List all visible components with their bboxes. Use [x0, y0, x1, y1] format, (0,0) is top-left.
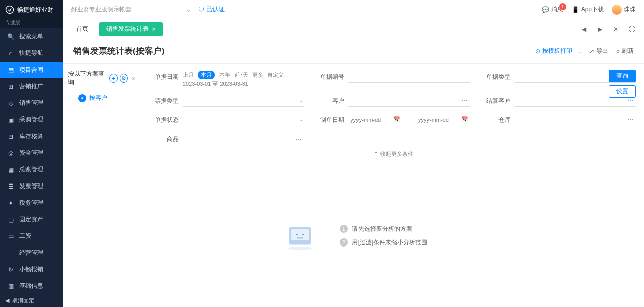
empty-step-2: 2 用[过滤]条件来缩小分析范围 [340, 238, 428, 247]
preset-last-month[interactable]: 上月 [183, 71, 194, 79]
nav-assets[interactable]: ▢固定资产 [0, 211, 63, 228]
bill-no-input[interactable] [350, 74, 468, 80]
nav-invoice[interactable]: ☰发票管理 [0, 178, 63, 195]
preset-more[interactable]: 更多 [252, 71, 263, 79]
label: 制单日期 [316, 114, 344, 125]
nav-label: 固定资产 [19, 215, 43, 224]
lookup-icon[interactable]: ⋯ [627, 97, 634, 104]
pin-toggle[interactable]: ◀ 取消固定 [0, 294, 63, 307]
nav: 🔍搜索菜单 ⌂快捷导航 ▤项目合同 ⊞营销推广 ◇销售管理 ▣采购管理 ⊟库存核… [0, 28, 63, 294]
nav-expense[interactable]: ↻小畅报销 [0, 261, 63, 278]
label: 仓库 [482, 114, 511, 125]
toggle-more-conditions[interactable]: ⌃ 收起更多条件 [374, 150, 413, 158]
chevron-down-icon[interactable]: ⌵ [299, 98, 302, 103]
field-warehouse: 仓库 ⋯ [482, 114, 636, 126]
add-scheme-button[interactable]: + [109, 74, 117, 83]
stack-icon: ⊟ [7, 133, 14, 140]
page-header: 销售发票统计表(按客户) ⊙ 按模板打印 ⌵ ↗ 导出 ○ 刷新 [63, 39, 644, 64]
nav-project-contract[interactable]: ▤项目合同 [0, 62, 63, 78]
nav-label: 税务管理 [19, 199, 43, 207]
customer-input[interactable] [350, 98, 461, 104]
warehouse-input[interactable] [517, 117, 627, 123]
preset-this-month[interactable]: 本月 [198, 71, 215, 79]
nav-operation[interactable]: ≣经营管理 [0, 244, 63, 261]
maker-date-from-input[interactable] [350, 117, 393, 123]
box-icon: ▣ [7, 116, 14, 124]
calendar-icon[interactable]: 📅 [393, 116, 400, 123]
scheme-icon: ✦ [78, 94, 86, 102]
messages-button[interactable]: 💬 消息 1 [542, 5, 563, 14]
preset-custom[interactable]: 自定义 [267, 71, 284, 79]
nav-quick-nav[interactable]: ⌂快捷导航 [0, 45, 63, 62]
nav-label: 快捷导航 [19, 49, 43, 57]
chevron-down-icon: ⌵ [578, 48, 581, 55]
refresh-label: 刷新 [622, 47, 634, 55]
lookup-icon[interactable]: ⋯ [627, 116, 634, 124]
scheme-label: 按客户 [89, 94, 107, 102]
maker-date-to-input[interactable] [418, 117, 461, 123]
tab-prev-button[interactable]: ◀ [578, 23, 590, 35]
field-invoice-type: 票据类型 ⌵ [151, 95, 304, 107]
nav-tax[interactable]: ✦税务管理 [0, 195, 63, 211]
bill-type-input[interactable] [517, 74, 631, 80]
nav-label: 库存核算 [19, 132, 43, 141]
nav-purchase[interactable]: ▣采购管理 [0, 111, 63, 128]
brand: 畅捷通好业财 [0, 0, 63, 19]
pin-icon: ◀ [5, 297, 9, 304]
calendar-icon[interactable]: 📅 [461, 116, 468, 123]
chevron-down-icon: ⌵ [187, 6, 190, 13]
nav-marketing[interactable]: ⊞营销推广 [0, 78, 63, 95]
invoice-type-input[interactable] [185, 98, 299, 104]
label: 票据类型 [151, 95, 179, 105]
scheme-settings-button[interactable]: ⚙ [120, 74, 128, 83]
close-icon[interactable]: × [152, 25, 156, 33]
receipt-icon: ☰ [7, 183, 14, 190]
nav-basic-info[interactable]: ▥基础信息 [0, 278, 63, 294]
bill-status-input[interactable] [185, 117, 299, 123]
lookup-icon[interactable]: ⋯ [462, 97, 468, 104]
download-button[interactable]: 📱 App下载 [571, 5, 604, 14]
chevron-down-icon[interactable]: ⌵ [631, 74, 634, 79]
goods-input[interactable] [185, 136, 296, 142]
nav-sales[interactable]: ◇销售管理 [0, 95, 63, 111]
nav-salary[interactable]: ▭工资 [0, 228, 63, 244]
avatar [612, 5, 622, 15]
nav-search-menu[interactable]: 🔍搜索菜单 [0, 28, 63, 45]
preset-this-year[interactable]: 本年 [219, 71, 230, 79]
nav-finance[interactable]: ◎资金管理 [0, 145, 63, 161]
tab-close-all-button[interactable]: ✕ [610, 23, 622, 35]
messages-badge: 1 [559, 3, 566, 10]
nav-label: 发票管理 [19, 182, 43, 191]
chevron-up-icon: ⌃ [374, 151, 378, 157]
refresh-button[interactable]: ○ 刷新 [616, 47, 634, 55]
nav-ledger[interactable]: ▦总账管理 [0, 161, 63, 178]
step-num: 2 [340, 238, 348, 247]
filter-form: 查询 设置 单据日期 上月 本月 本年 近7天 更多 [142, 64, 644, 164]
nav-label: 资金管理 [19, 149, 43, 157]
main: 好业财专业版演示帐套 ⌵ 🛡 已认证 💬 消息 1 📱 App下载 珠珠 [63, 0, 644, 307]
field-maker-date: 制单日期 📅 — 📅 [316, 114, 470, 126]
tab-active[interactable]: 销售发票统计表 × [99, 22, 163, 36]
account-selector[interactable]: 好业财专业版演示帐套 ⌵ [71, 5, 190, 14]
tab-next-button[interactable]: ▶ [594, 23, 606, 35]
topbar: 好业财专业版演示帐套 ⌵ 🛡 已认证 💬 消息 1 📱 App下载 珠珠 [63, 0, 644, 19]
book-icon: ▦ [7, 166, 14, 173]
step-text: 用[过滤]条件来缩小分析范围 [352, 238, 428, 247]
asset-icon: ▢ [7, 216, 14, 223]
preset-recent7[interactable]: 近7天 [234, 71, 248, 79]
date-separator: — [406, 116, 412, 124]
scheme-by-customer[interactable]: ✦ 按客户 [68, 92, 137, 104]
print-icon: ⊙ [535, 48, 540, 55]
field-bill-status: 单据状态 ⌵ [151, 114, 304, 126]
print-button[interactable]: ⊙ 按模板打印 ⌵ [535, 47, 581, 55]
fullscreen-button[interactable]: ⛶ [626, 23, 638, 35]
user-menu[interactable]: 珠珠 [612, 5, 636, 15]
nav-inventory[interactable]: ⊟库存核算 [0, 128, 63, 145]
empty-steps: 1 请先选择要分析的方案 2 用[过滤]条件来缩小分析范围 [340, 225, 428, 247]
chevron-down-icon[interactable]: ⌵ [299, 117, 302, 122]
settle-customer-input[interactable] [517, 98, 627, 104]
tab-home[interactable]: 首页 [69, 22, 95, 36]
collapse-scheme-button[interactable]: « [130, 74, 137, 82]
export-button[interactable]: ↗ 导出 [589, 47, 608, 55]
lookup-icon[interactable]: ⋯ [296, 136, 302, 143]
